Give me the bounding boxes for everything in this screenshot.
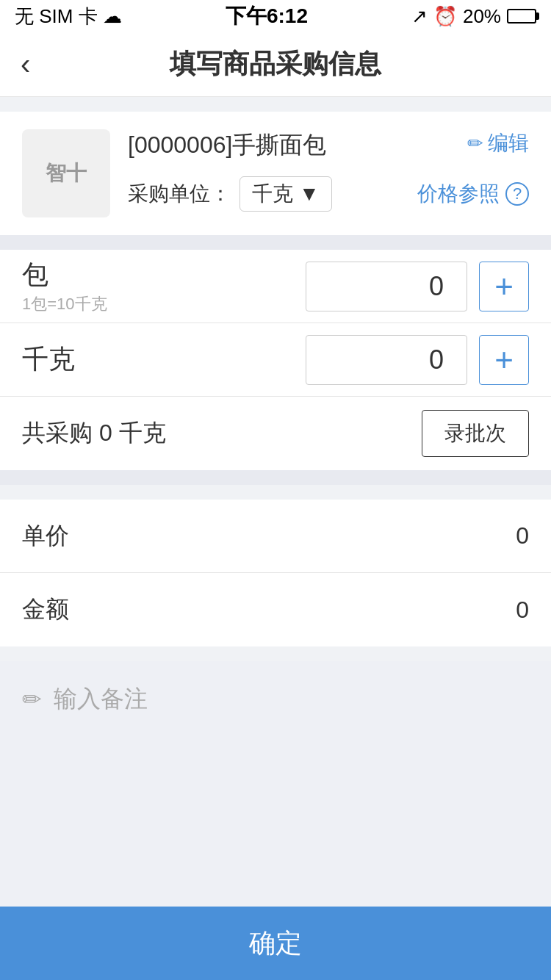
product-card: 智十 [0000006]手撕面包 ✏ 编辑 采购单位： 千克 ▼ <box>0 112 551 235</box>
location-icon: ↗ <box>411 5 428 28</box>
kg-label: 千克 <box>22 342 81 378</box>
price-ref-button[interactable]: 价格参照 ? <box>417 180 529 208</box>
help-icon: ? <box>505 182 529 206</box>
battery-percent: 20% <box>463 5 501 28</box>
sim-wifi-status: 无 SIM 卡 ☁ <box>15 4 122 29</box>
edit-label: 编辑 <box>488 129 529 157</box>
divider-1 <box>0 235 551 250</box>
kg-input[interactable] <box>306 335 467 385</box>
unit-price-label: 单价 <box>22 520 69 552</box>
pencil-icon: ✏ <box>22 685 42 713</box>
unit-select[interactable]: 千克 ▼ <box>240 176 332 212</box>
bao-input[interactable] <box>306 262 467 311</box>
divider-2 <box>0 470 551 485</box>
amount-value: 0 <box>516 597 529 624</box>
amount-label: 金额 <box>22 594 69 626</box>
status-right: ↗ ⏰ 20% <box>411 5 536 28</box>
edit-button[interactable]: ✏ 编辑 <box>467 129 529 157</box>
bao-sub-label: 1包=10千克 <box>22 293 107 315</box>
alarm-icon: ⏰ <box>433 5 457 28</box>
kg-row: 千克 + <box>0 323 551 397</box>
confirm-button[interactable]: 确定 <box>0 907 551 980</box>
battery-icon <box>507 9 536 24</box>
remark-placeholder: 输入备注 <box>54 683 148 716</box>
status-left: 无 SIM 卡 ☁ <box>15 4 122 29</box>
page-title: 填写商品采购信息 <box>170 46 381 82</box>
input-section: 包 1包=10千克 + 千克 + <box>0 250 551 397</box>
unit-price-row: 单价 0 <box>0 500 551 573</box>
nav-bar: ‹ 填写商品采购信息 <box>0 32 551 97</box>
confirm-label: 确定 <box>249 926 302 962</box>
price-ref-label: 价格参照 <box>417 180 500 208</box>
unit-value: 千克 <box>252 180 293 208</box>
kg-plus-button[interactable]: + <box>479 335 529 385</box>
product-logo: 智十 <box>46 159 87 187</box>
product-info: [0000006]手撕面包 ✏ 编辑 采购单位： 千克 ▼ 价格参照 ? <box>128 129 529 212</box>
total-label: 共采购 0 千克 <box>22 417 166 450</box>
status-time: 下午6:12 <box>226 2 308 30</box>
status-bar: 无 SIM 卡 ☁ 下午6:12 ↗ ⏰ 20% <box>0 0 551 32</box>
edit-icon: ✏ <box>467 132 483 155</box>
amount-row: 金额 0 <box>0 573 551 646</box>
remark-section[interactable]: ✏ 输入备注 <box>0 661 551 738</box>
bao-label: 包 <box>22 257 107 293</box>
total-row: 共采购 0 千克 录批次 <box>0 397 551 470</box>
batch-button[interactable]: 录批次 <box>422 410 529 457</box>
back-button[interactable]: ‹ <box>21 48 30 81</box>
product-image: 智十 <box>22 129 110 217</box>
bao-plus-button[interactable]: + <box>479 262 529 311</box>
unit-label: 采购单位： <box>128 180 231 208</box>
product-name: [0000006]手撕面包 <box>128 129 326 162</box>
unit-price-value: 0 <box>516 522 529 550</box>
price-section: 单价 0 金额 0 <box>0 500 551 646</box>
dropdown-arrow-icon: ▼ <box>299 182 320 206</box>
bao-row: 包 1包=10千克 + <box>0 250 551 323</box>
